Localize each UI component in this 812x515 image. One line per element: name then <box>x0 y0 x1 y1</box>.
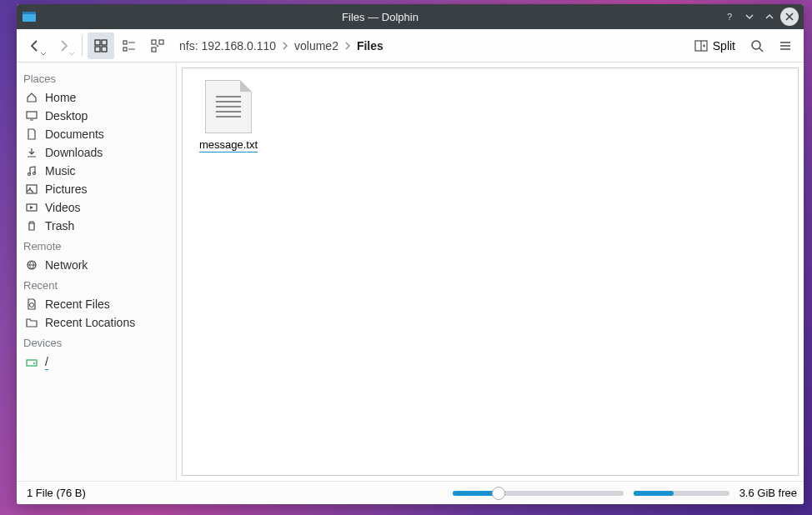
svg-point-19 <box>752 41 760 49</box>
drive-icon <box>25 356 38 369</box>
svg-rect-28 <box>27 185 37 193</box>
breadcrumb[interactable]: nfs: 192.168.0.110 volume2 Files <box>173 39 686 52</box>
home-icon <box>25 91 38 104</box>
recent-files-icon <box>25 298 38 311</box>
split-icon <box>694 39 708 52</box>
menu-button[interactable] <box>772 32 799 59</box>
titlebar: Files — Dolphin ? <box>17 4 804 29</box>
sidebar-item-trash[interactable]: Trash <box>17 217 176 235</box>
disk-fill <box>634 491 674 496</box>
sidebar-item-music[interactable]: Music <box>17 162 176 180</box>
zoom-thumb[interactable] <box>492 487 505 500</box>
search-button[interactable] <box>744 32 770 59</box>
maximize-button[interactable] <box>760 8 779 26</box>
trash-icon <box>25 219 38 232</box>
svg-rect-12 <box>159 40 163 44</box>
recent-header: Recent <box>17 274 176 295</box>
search-icon <box>750 39 764 52</box>
help-button[interactable]: ? <box>720 8 739 26</box>
dolphin-window: Files — Dolphin ? <box>17 4 804 504</box>
body: Places Home Desktop Documents Downloads … <box>17 62 804 481</box>
downloads-icon <box>25 146 38 159</box>
icons-view-button[interactable] <box>88 32 114 59</box>
svg-line-20 <box>759 48 763 52</box>
svg-point-27 <box>33 172 36 175</box>
breadcrumb-segment-2[interactable]: Files <box>357 39 383 52</box>
split-label: Split <box>713 39 735 52</box>
breadcrumb-segment-0[interactable]: nfs: 192.168.0.110 <box>179 39 276 52</box>
svg-point-34 <box>33 362 35 364</box>
pictures-icon <box>25 182 38 196</box>
svg-point-26 <box>28 173 31 176</box>
sidebar-item-recent-locations[interactable]: Recent Locations <box>17 313 176 332</box>
places-header: Places <box>17 68 176 88</box>
music-icon <box>25 164 38 178</box>
file-view[interactable]: message.txt <box>182 68 799 476</box>
sidebar-item-pictures[interactable]: Pictures <box>17 180 176 198</box>
fileview-wrap: message.txt <box>177 62 804 481</box>
sidebar-item-root[interactable]: / <box>17 352 176 372</box>
svg-rect-24 <box>27 112 37 118</box>
close-button[interactable] <box>780 8 799 26</box>
sidebar: Places Home Desktop Documents Downloads … <box>17 62 177 481</box>
devices-header: Devices <box>17 332 176 352</box>
file-item-message[interactable]: message.txt <box>191 77 266 156</box>
chevron-right-icon <box>343 42 352 50</box>
recent-locations-icon <box>25 316 38 329</box>
sidebar-item-videos[interactable]: Videos <box>17 198 176 217</box>
svg-rect-4 <box>102 40 107 45</box>
chevron-right-icon <box>281 42 289 50</box>
forward-button[interactable] <box>50 32 77 59</box>
remote-header: Remote <box>17 235 176 256</box>
sidebar-item-recent-files[interactable]: Recent Files <box>17 295 176 313</box>
disk-usage-bar <box>634 491 729 496</box>
hamburger-icon <box>779 39 792 52</box>
svg-rect-5 <box>95 47 100 52</box>
svg-rect-7 <box>123 41 127 44</box>
svg-point-32 <box>30 303 34 308</box>
svg-text:?: ? <box>727 12 732 22</box>
window-title: Files — Dolphin <box>42 11 719 23</box>
toolbar: nfs: 192.168.0.110 volume2 Files Split <box>17 29 804 62</box>
sidebar-item-documents[interactable]: Documents <box>17 125 176 143</box>
svg-rect-33 <box>27 360 37 366</box>
sidebar-item-network[interactable]: Network <box>17 256 176 274</box>
svg-rect-8 <box>123 48 127 51</box>
free-space-text: 3.6 GiB free <box>739 487 797 499</box>
network-icon <box>25 258 38 272</box>
sidebar-item-downloads[interactable]: Downloads <box>17 143 176 162</box>
file-label: message.txt <box>199 138 258 152</box>
svg-rect-1 <box>23 12 36 14</box>
svg-line-14 <box>157 45 158 47</box>
svg-rect-3 <box>95 40 100 45</box>
svg-rect-13 <box>152 48 156 52</box>
back-button[interactable] <box>22 32 48 59</box>
split-button[interactable]: Split <box>688 32 742 59</box>
text-file-icon <box>205 80 252 133</box>
compact-view-button[interactable] <box>116 32 143 59</box>
app-icon <box>22 9 37 24</box>
sidebar-item-desktop[interactable]: Desktop <box>17 107 176 125</box>
documents-icon <box>25 128 38 141</box>
videos-icon <box>25 201 38 214</box>
breadcrumb-segment-1[interactable]: volume2 <box>294 39 338 52</box>
status-text: 1 File (76 B) <box>27 487 86 499</box>
toolbar-separator <box>82 36 83 56</box>
zoom-slider[interactable] <box>453 491 624 496</box>
svg-rect-11 <box>152 40 156 44</box>
statusbar: 1 File (76 B) 3.6 GiB free <box>17 481 804 504</box>
details-view-button[interactable] <box>144 32 171 59</box>
minimize-button[interactable] <box>740 8 759 26</box>
svg-rect-6 <box>102 47 107 52</box>
sidebar-item-home[interactable]: Home <box>17 88 176 107</box>
desktop-icon <box>25 109 38 122</box>
